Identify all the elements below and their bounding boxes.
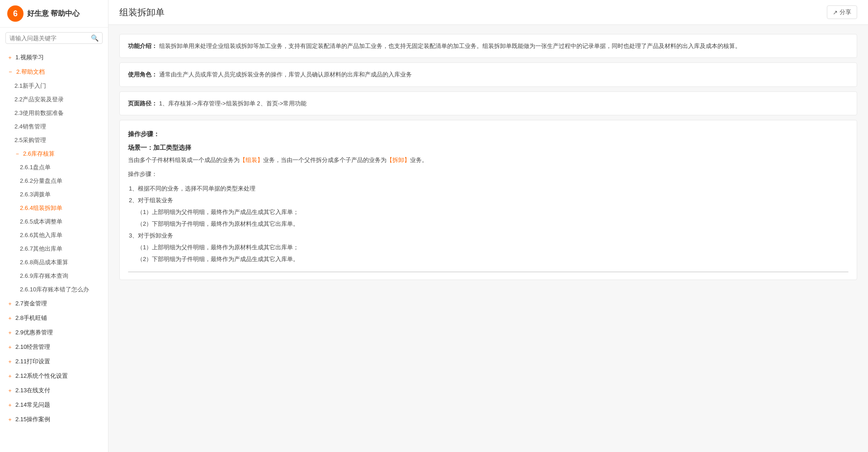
sidebar-item-help[interactable]: － 2.帮助文档 [0, 65, 108, 79]
sidebar-item-label: 2.10经营管理 [15, 343, 50, 351]
sidebar-item-requisition[interactable]: 2.6.3调拨单 [0, 188, 108, 201]
sidebar-item-label: 2.7资金管理 [15, 300, 47, 308]
item-label: 2.6.1盘点单 [20, 163, 51, 171]
plus-icon: ＋ [7, 416, 13, 423]
step3-sub1: （1）上部明细为父件明细，最终作为原材料生成其它出库单； [128, 242, 849, 253]
role-text: 通常由生产人员或库管人员完成拆装业务的操作，库管人员确认原材料的出库和产成品的入… [159, 71, 412, 78]
sidebar-item-costadj[interactable]: 2.6.5成本调整单 [0, 215, 108, 228]
role-label: 使用角色： [128, 71, 157, 78]
item-label: 2.4销售管理 [14, 123, 46, 131]
share-button[interactable]: ↗ 分享 [827, 5, 857, 19]
plus-icon: ＋ [7, 314, 13, 322]
nav-tree: ＋ 1.视频学习 － 2.帮助文档 2.1新手入门 2.2产品安装及登录 2.3… [0, 48, 108, 452]
plus-icon: ＋ [7, 343, 13, 351]
sidebar-item-newbie[interactable]: 2.1新手入门 [0, 79, 108, 93]
item-label: 2.6.3调拨单 [20, 190, 51, 199]
top-bar: 组装拆卸单 ↗ 分享 [108, 0, 868, 25]
sidebar-item-label: 2.帮助文档 [16, 68, 45, 76]
sidebar: 6 好生意 帮助中心 🔍 ＋ 1.视频学习 － 2.帮助文档 2.1新手入门 2… [0, 0, 108, 452]
sidebar-item-stock-query[interactable]: 2.6.9库存账本查询 [0, 269, 108, 283]
plus-icon: ＋ [7, 372, 13, 380]
search-box[interactable]: 🔍 [5, 32, 103, 44]
item-label: 2.5采购管理 [14, 136, 46, 144]
minus-icon2: － [14, 150, 20, 158]
scene1-desc: 当由多个子件材料组装成一个成品的业务为【组装】业务，当由一个父件拆分成多个子产品… [128, 155, 849, 166]
step1: 1、根据不同的业务，选择不同单据的类型来处理 [128, 183, 849, 195]
func-intro-block: 功能介绍： 组装拆卸单用来处理企业组装或拆卸等加工业务，支持有固定装配清单的产品… [119, 34, 857, 58]
ops-label: 操作步骤： [128, 130, 849, 138]
item-label: 2.6.8商品成本重算 [20, 258, 68, 266]
sidebar-item-install[interactable]: 2.2产品安装及登录 [0, 93, 108, 106]
share-label: 分享 [840, 8, 851, 16]
plus-icon: ＋ [7, 358, 13, 366]
sidebar-item-label: 2.14常见问题 [15, 401, 50, 409]
logo-title: 好生意 帮助中心 [27, 9, 80, 19]
item-label: 2.6.2分量盘点单 [20, 177, 62, 185]
sidebar-item-ops[interactable]: ＋ 2.10经营管理 [0, 340, 108, 354]
search-button[interactable]: 🔍 [91, 34, 99, 42]
plus-icon: ＋ [7, 300, 13, 308]
sidebar-item-label: 2.11打印设置 [15, 357, 50, 366]
screenshot-container: 6 TEST-H002 ▼ 同期建账一天 📱 App下载 帮助中心 ◉ C.C … [128, 271, 849, 272]
scene1-title: 场景一：加工类型选择 [128, 144, 849, 152]
logo-icon: 6 [7, 5, 24, 22]
sidebar-item-label: 1.视频学习 [15, 53, 44, 62]
sidebar-item-sales[interactable]: 2.4销售管理 [0, 120, 108, 133]
sidebar-item-other-in[interactable]: 2.6.6其他入库单 [0, 228, 108, 242]
content-area: 功能介绍： 组装拆卸单用来处理企业组装或拆卸等加工业务，支持有固定装配清单的产品… [108, 25, 868, 452]
page-title: 组装拆卸单 [119, 6, 165, 19]
sidebar-item-label: 2.8手机旺铺 [15, 314, 47, 322]
plus-icon: ＋ [7, 329, 13, 337]
scene1-desc-text: 当由多个子件材料组装成一个成品的业务为【组装】业务，当由一个父件拆分成多个子产品… [128, 157, 428, 163]
sidebar-item-label: 2.13在线支付 [15, 386, 50, 395]
plus-icon: ＋ [7, 401, 13, 409]
sidebar-header: 6 好生意 帮助中心 [0, 0, 108, 28]
main-area: 组装拆卸单 ↗ 分享 功能介绍： 组装拆卸单用来处理企业组装或拆卸等加工业务，支… [108, 0, 868, 452]
sidebar-item-assembly[interactable]: 2.6.4组装拆卸单 [0, 201, 108, 215]
sidebar-item-online-pay[interactable]: ＋ 2.13在线支付 [0, 383, 108, 398]
sidebar-item-finance[interactable]: ＋ 2.7资金管理 [0, 296, 108, 311]
mock-titlebar: 6 TEST-H002 ▼ 同期建账一天 📱 App下载 帮助中心 ◉ C.C … [128, 272, 848, 272]
path-label: 页面路径： [128, 100, 157, 107]
sidebar-item-coupon[interactable]: ＋ 2.9优惠券管理 [0, 325, 108, 340]
item-label: 2.6.6其他入库单 [20, 231, 62, 239]
sidebar-item-inventory[interactable]: － 2.6库存核算 [0, 147, 108, 161]
step2-sub2: （2）下部明细为子件明细，最终作为原材料生成其它出库单。 [128, 218, 849, 230]
sidebar-item-stock-err[interactable]: 2.6.10库存账本错了怎么办 [0, 283, 108, 296]
scene1-ops-label: 操作步骤： [128, 169, 849, 180]
sidebar-item-faq[interactable]: ＋ 2.14常见问题 [0, 398, 108, 412]
sidebar-item-cost-recalc[interactable]: 2.6.8商品成本重算 [0, 256, 108, 269]
item-label: 2.2产品安装及登录 [14, 95, 64, 104]
minus-icon: － [7, 68, 14, 76]
func-intro-text: 组装拆卸单用来处理企业组装或拆卸等加工业务，支持有固定装配清单的产品加工业务，也… [159, 43, 741, 49]
sidebar-item-label: 2.12系统个性化设置 [15, 372, 68, 380]
item-label: 2.6.7其他出库单 [20, 245, 62, 253]
item-label: 2.6.9库存账本查询 [20, 272, 68, 280]
step3-sub2: （2）下部明细为子件明细，最终作为产成品生成其它入库单。 [128, 253, 849, 265]
sidebar-item-label: 2.9优惠券管理 [15, 328, 53, 337]
sidebar-item-other-out[interactable]: 2.6.7其他出库单 [0, 242, 108, 256]
sidebar-item-label: 2.15操作案例 [15, 415, 50, 423]
sidebar-item-data-prep[interactable]: 2.3使用前数据准备 [0, 106, 108, 120]
sidebar-item-customize[interactable]: ＋ 2.12系统个性化设置 [0, 369, 108, 383]
sidebar-item-cases[interactable]: ＋ 2.15操作案例 [0, 412, 108, 427]
item-label: 2.3使用前数据准备 [14, 109, 64, 117]
step2: 2、对于组装业务 [128, 195, 849, 206]
item-label: 2.6.10库存账本错了怎么办 [20, 285, 89, 294]
item-label: 2.6.4组装拆卸单 [20, 204, 62, 212]
sidebar-item-mobile[interactable]: ＋ 2.8手机旺铺 [0, 311, 108, 325]
search-input[interactable] [9, 35, 91, 42]
sidebar-item-video[interactable]: ＋ 1.视频学习 [0, 50, 108, 65]
sidebar-item-stockcheck[interactable]: 2.6.1盘点单 [0, 161, 108, 174]
step3: 3、对于拆卸业务 [128, 230, 849, 242]
sidebar-item-print[interactable]: ＋ 2.11打印设置 [0, 354, 108, 369]
item-label: 2.6库存核算 [23, 150, 55, 158]
func-intro-label: 功能介绍： [128, 43, 157, 49]
share-icon: ↗ [833, 9, 838, 16]
sidebar-item-purchase[interactable]: 2.5采购管理 [0, 133, 108, 147]
role-block: 使用角色： 通常由生产人员或库管人员完成拆装业务的操作，库管人员确认原材料的出库… [119, 62, 857, 86]
sidebar-item-stockdist[interactable]: 2.6.2分量盘点单 [0, 174, 108, 188]
item-label: 2.6.5成本调整单 [20, 218, 62, 226]
path-text: 1、库存核算->库存管理->组装拆卸单 2、首页->常用功能 [159, 100, 307, 107]
plus-icon: ＋ [7, 54, 13, 62]
